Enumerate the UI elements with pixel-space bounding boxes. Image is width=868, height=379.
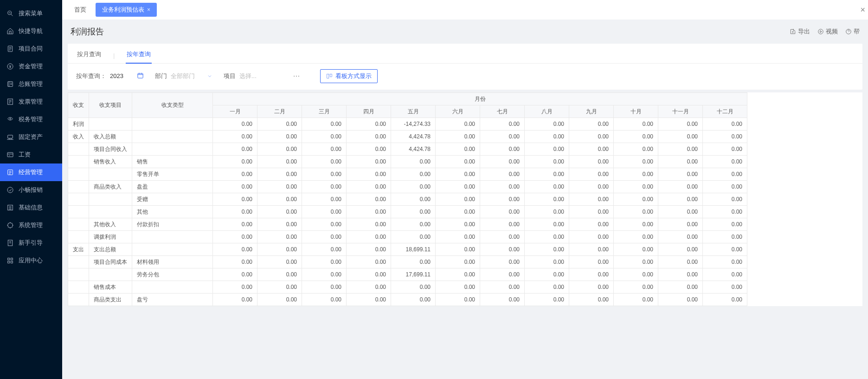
sidebar-item-label: 搜索菜单 — [19, 9, 43, 18]
dept-select[interactable]: 全部部门 — [171, 72, 212, 80]
sidebar-item-2[interactable]: 项目合同 — [0, 40, 62, 58]
th-months: 月份 — [213, 93, 747, 105]
cell-type — [132, 131, 213, 143]
cell-val: 0.00 — [257, 281, 302, 294]
cell-val: 0.00 — [569, 168, 614, 181]
sidebar-item-7[interactable]: 固定资产 — [0, 128, 62, 146]
cell-val: 0.00 — [213, 181, 257, 193]
cell-type: 劳务分包 — [132, 268, 213, 281]
th-month-1: 一月 — [213, 105, 257, 118]
table-row: 项目合同成本材料领用0.000.000.000.000.000.000.000.… — [68, 256, 747, 268]
tab-home[interactable]: 首页 — [68, 3, 93, 17]
sidebar-item-10[interactable]: 小畅报销 — [0, 181, 62, 199]
sidebar-item-12[interactable]: 系统管理 — [0, 216, 62, 234]
cell-val: 0.00 — [436, 143, 480, 156]
cell-val: 0.00 — [480, 206, 525, 218]
money-icon — [6, 63, 14, 70]
year-input[interactable] — [110, 72, 133, 80]
cell-item: 调拨利润 — [89, 231, 132, 243]
subtab-month[interactable]: 按月查询 — [76, 47, 102, 63]
cell-cat: 收入 — [68, 131, 89, 143]
cell-val: 0.00 — [569, 118, 614, 131]
table-row: 零售开单0.000.000.000.000.000.000.000.000.00… — [68, 168, 747, 181]
sidebar-item-8[interactable]: 工资 — [0, 146, 62, 163]
project-select[interactable]: 选择... — [239, 72, 300, 80]
sidebar-item-9[interactable]: 经营管理 — [0, 163, 62, 181]
cell-item: 商品类支出 — [89, 294, 132, 306]
video-button[interactable]: 视频 — [817, 27, 838, 36]
cell-val: 0.00 — [480, 181, 525, 193]
sidebar-item-label: 工资 — [19, 150, 31, 159]
sidebar-item-11[interactable]: 基础信息 — [0, 199, 62, 216]
cell-val: 0.00 — [257, 118, 302, 131]
cell-val: 0.00 — [614, 118, 658, 131]
cell-item: 销售收入 — [89, 156, 132, 168]
cell-cat — [68, 181, 89, 193]
cell-val: 0.00 — [658, 181, 703, 193]
kanban-button[interactable]: 看板方式显示 — [320, 69, 378, 83]
export-button[interactable]: 导出 — [790, 27, 810, 36]
subtab-year[interactable]: 按年查询 — [126, 47, 152, 63]
cell-cat — [68, 231, 89, 243]
svg-rect-15 — [8, 261, 10, 263]
title-bar: 利润报告 导出 视频 帮 — [62, 20, 868, 44]
svg-rect-24 — [330, 74, 332, 77]
cell-val: 0.00 — [703, 243, 747, 256]
sidebar-item-label: 项目合同 — [19, 45, 43, 53]
cell-val: 0.00 — [436, 156, 480, 168]
cell-val: 0.00 — [525, 156, 569, 168]
sidebar-item-3[interactable]: 资金管理 — [0, 58, 62, 75]
cell-val: 0.00 — [347, 256, 391, 268]
dept-value: 全部部门 — [171, 72, 195, 80]
sidebar-item-1[interactable]: 快捷导航 — [0, 22, 62, 40]
cell-val: 0.00 — [347, 143, 391, 156]
cell-val: 0.00 — [569, 181, 614, 193]
sidebar-item-label: 小畅报销 — [19, 186, 43, 194]
main: 首页 业务利润预估表 × × 利润报告 导出 视频 帮 — [62, 0, 868, 379]
close-icon[interactable]: × — [147, 7, 150, 13]
calendar-icon[interactable] — [137, 72, 144, 80]
cell-val: 0.00 — [302, 231, 347, 243]
cell-cat — [68, 281, 89, 294]
cell-val: 0.00 — [436, 268, 480, 281]
cell-val: 0.00 — [703, 181, 747, 193]
cell-item: 其他收入 — [89, 218, 132, 231]
cell-val: 0.00 — [525, 231, 569, 243]
close-all-icon[interactable]: × — [860, 5, 865, 15]
sidebar-item-0[interactable]: 搜索菜单 — [0, 5, 62, 22]
cell-val: 0.00 — [436, 131, 480, 143]
cell-val: 0.00 — [213, 281, 257, 294]
cell-val: 0.00 — [302, 206, 347, 218]
th-month-9: 九月 — [569, 105, 614, 118]
sidebar-item-6[interactable]: 税务管理 — [0, 111, 62, 128]
sidebar-item-4[interactable]: 总账管理 — [0, 75, 62, 93]
cell-val: 0.00 — [480, 218, 525, 231]
cell-val: 0.00 — [391, 181, 436, 193]
cell-val: 0.00 — [703, 294, 747, 306]
cell-val: 0.00 — [480, 168, 525, 181]
video-label: 视频 — [826, 27, 838, 36]
cell-type: 材料领用 — [132, 256, 213, 268]
cell-val: 0.00 — [480, 281, 525, 294]
cell-val: 0.00 — [213, 206, 257, 218]
report-table-wrap[interactable]: 收支 收支项目 收支类型 月份 一月二月三月四月五月六月七月八月九月十月十一月十… — [68, 92, 862, 306]
cell-val: 0.00 — [658, 231, 703, 243]
th-month-8: 八月 — [525, 105, 569, 118]
svg-point-21 — [296, 76, 297, 77]
help-button[interactable]: 帮 — [845, 27, 860, 36]
cell-val: 0.00 — [302, 156, 347, 168]
cell-item: 支出总额 — [89, 243, 132, 256]
cell-val: 0.00 — [436, 231, 480, 243]
cell-type: 盘盈 — [132, 181, 213, 193]
tab-profit-estimate[interactable]: 业务利润预估表 × — [96, 3, 157, 17]
cell-val: 0.00 — [436, 206, 480, 218]
cell-val: 0.00 — [480, 118, 525, 131]
cell-val: 0.00 — [347, 294, 391, 306]
cell-val: 0.00 — [480, 156, 525, 168]
cell-val: 0.00 — [614, 131, 658, 143]
svg-point-22 — [298, 76, 299, 77]
sidebar-item-13[interactable]: 新手引导 — [0, 234, 62, 252]
cell-val: -14,274.33 — [391, 118, 436, 131]
sidebar-item-14[interactable]: 应用中心 — [0, 252, 62, 269]
sidebar-item-5[interactable]: 发票管理 — [0, 93, 62, 111]
